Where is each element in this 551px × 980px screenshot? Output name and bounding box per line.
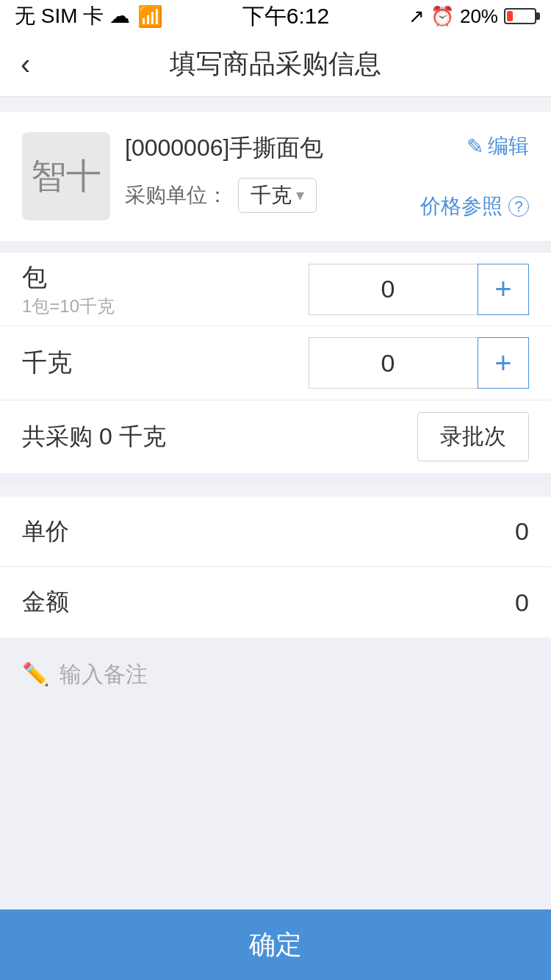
confirm-button[interactable]: 确定 — [0, 909, 551, 980]
total-row: 共采购 0 千克 录批次 — [0, 400, 551, 473]
edit-icon: ✎ — [467, 134, 483, 159]
bao-label-group: 包 1包=10千克 — [22, 261, 309, 318]
status-left: 无 SIM 卡 ☁ 📶 — [15, 2, 163, 30]
kg-label-group: 千克 — [22, 346, 309, 380]
battery-percent: 20% — [460, 5, 498, 28]
bao-input-row: 包 1包=10千克 + — [0, 253, 551, 326]
kg-label-main: 千克 — [22, 346, 309, 380]
price-ref-button[interactable]: 价格参照 ? — [420, 192, 529, 220]
nav-bar: ‹ 填写商品采购信息 — [0, 32, 551, 97]
bao-label-sub: 1包=10千克 — [22, 295, 309, 318]
unit-price-label: 单价 — [22, 516, 69, 548]
total-label: 共采购 — [22, 423, 93, 450]
unit-select-text: 千克 — [251, 181, 292, 209]
remark-placeholder: 输入备注 — [60, 660, 148, 690]
bao-quantity-input[interactable] — [309, 264, 478, 315]
info-icon: ? — [508, 196, 529, 217]
chevron-down-icon: ▾ — [296, 186, 304, 205]
kg-input-right: + — [309, 337, 529, 389]
back-button[interactable]: ‹ — [21, 48, 30, 81]
bao-input-right: + — [309, 264, 529, 315]
wifi-icon: 📶 — [137, 4, 163, 29]
batch-button[interactable]: 录批次 — [417, 412, 529, 461]
total-unit-text: 千克 — [119, 423, 166, 450]
remark-section[interactable]: ✏️ 输入备注 — [0, 638, 551, 726]
kg-quantity-input[interactable] — [309, 337, 478, 389]
product-thumbnail: 智十 — [22, 132, 110, 220]
kg-input-row: 千克 + — [0, 326, 551, 400]
amount-label: 金额 — [22, 586, 69, 619]
edit-label: 编辑 — [488, 132, 529, 160]
status-time: 下午6:12 — [242, 1, 329, 32]
kg-plus-button[interactable]: + — [478, 337, 529, 389]
edit-button[interactable]: ✎ 编辑 — [467, 132, 529, 160]
bao-label-main: 包 — [22, 261, 309, 295]
total-number: 0 — [99, 423, 112, 450]
product-card: 智十 [0000006]手撕面包 采购单位： 千克 ▾ ✎ 编辑 价格参照 ? — [0, 112, 551, 241]
pencil-icon: ✏️ — [22, 661, 49, 687]
amount-row: 金额 0 — [0, 567, 551, 638]
status-bar: 无 SIM 卡 ☁ 📶 下午6:12 ↗ ⏰ 20% — [0, 0, 551, 32]
unit-label: 采购单位： — [125, 181, 228, 209]
section-divider-1 — [0, 241, 551, 253]
total-text: 共采购 0 千克 — [22, 421, 166, 453]
unit-price-value: 0 — [515, 517, 529, 546]
product-logo: 智十 — [31, 153, 101, 200]
alarm-icon: ⏰ — [431, 5, 454, 28]
no-sim-text: 无 SIM 卡 ☁ — [15, 2, 130, 30]
status-right: ↗ ⏰ 20% — [408, 5, 536, 28]
input-section: 包 1包=10千克 + 千克 + — [0, 253, 551, 400]
location-icon: ↗ — [408, 5, 425, 28]
price-ref-label: 价格参照 — [420, 192, 503, 220]
bao-plus-button[interactable]: + — [478, 264, 529, 315]
battery-fill — [507, 11, 513, 21]
battery-icon — [504, 8, 536, 24]
unit-select[interactable]: 千克 ▾ — [238, 178, 317, 213]
unit-price-row: 单价 0 — [0, 497, 551, 567]
section-divider-2 — [0, 473, 551, 485]
page-title: 填写商品采购信息 — [170, 46, 381, 82]
amount-value: 0 — [515, 588, 529, 617]
price-section: 单价 0 金额 0 — [0, 497, 551, 638]
